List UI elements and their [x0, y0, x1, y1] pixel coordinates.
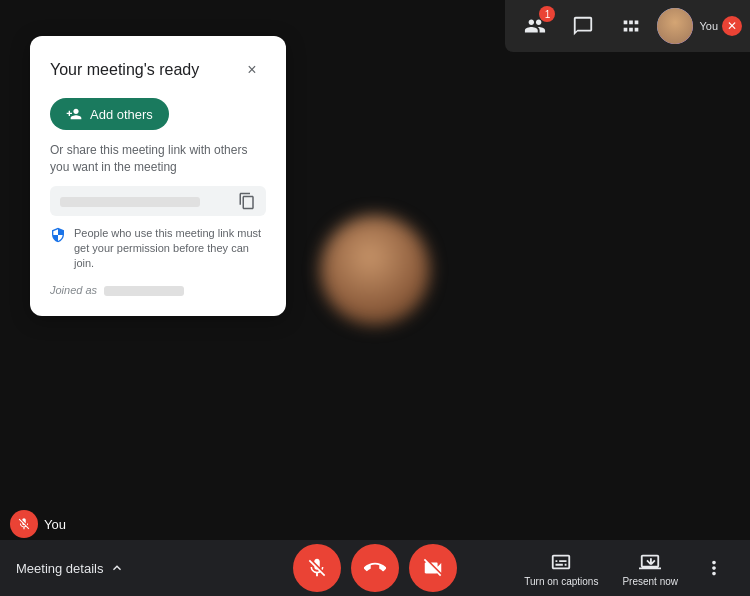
video-off-button[interactable] — [409, 544, 457, 592]
participant-count: 1 — [539, 6, 555, 22]
participants-button[interactable]: 1 — [513, 4, 557, 48]
mute-button[interactable] — [293, 544, 341, 592]
card-title: Your meeting's ready — [50, 61, 199, 79]
captions-icon — [549, 550, 573, 574]
chevron-up-icon — [109, 560, 125, 576]
joined-as-label: Joined as — [50, 284, 97, 296]
avatar — [657, 8, 693, 44]
add-others-label: Add others — [90, 107, 153, 122]
avatar-face — [657, 8, 693, 44]
activities-button[interactable] — [609, 4, 653, 48]
meeting-link — [60, 195, 230, 207]
more-options-button[interactable] — [694, 548, 734, 588]
meeting-ready-card: Your meeting's ready × Add others Or sha… — [30, 36, 286, 316]
security-text: People who use this meeting link must ge… — [74, 226, 266, 272]
top-bar: 1 You ✕ — [505, 0, 750, 52]
meeting-details-label: Meeting details — [16, 561, 103, 576]
captions-button[interactable]: Turn on captions — [516, 546, 606, 591]
card-close-button[interactable]: × — [238, 56, 266, 84]
security-notice: People who use this meeting link must ge… — [50, 226, 266, 272]
you-text: You — [44, 517, 66, 532]
bottom-bar: Meeting details — [0, 540, 750, 596]
meeting-details[interactable]: Meeting details — [16, 560, 125, 576]
card-header: Your meeting's ready × — [50, 56, 266, 84]
joined-as: Joined as — [50, 284, 266, 296]
chat-button[interactable] — [561, 4, 605, 48]
captions-label: Turn on captions — [524, 576, 598, 587]
you-label: You — [699, 20, 718, 32]
copy-link-button[interactable] — [238, 192, 256, 210]
close-top-button[interactable]: ✕ — [722, 16, 742, 36]
mute-icon — [10, 510, 38, 538]
link-container — [50, 186, 266, 216]
user-avatar — [320, 215, 430, 325]
end-call-button[interactable] — [351, 544, 399, 592]
present-label: Present now — [622, 576, 678, 587]
shield-icon — [50, 227, 66, 243]
you-badge: You — [10, 510, 66, 538]
bottom-controls — [293, 544, 457, 592]
share-text: Or share this meeting link with others y… — [50, 142, 266, 176]
present-button[interactable]: Present now — [614, 546, 686, 591]
add-others-button[interactable]: Add others — [50, 98, 169, 130]
present-icon — [638, 550, 662, 574]
right-controls: Turn on captions Present now — [516, 546, 734, 591]
